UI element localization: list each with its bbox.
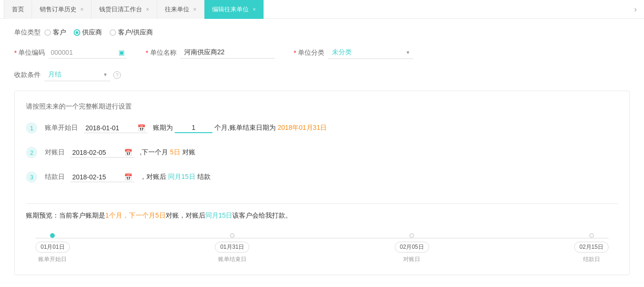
- timeline-point: 02月05日对账日: [395, 233, 429, 263]
- unit-category-value: 未分类: [332, 48, 403, 57]
- calendar-icon-1[interactable]: 📅: [137, 124, 145, 132]
- timeline-dot: [50, 233, 55, 238]
- timeline-point: 02月15日结款日: [574, 233, 609, 263]
- card-title: 请按照未来的一个完整帐期进行设置: [26, 102, 618, 111]
- step2-num: 2: [26, 147, 37, 158]
- step2-date-input[interactable]: [72, 149, 124, 156]
- payment-terms-value: 月结: [48, 70, 100, 79]
- tab-close-sales-history[interactable]: ×: [80, 6, 84, 13]
- required-star-code: *: [14, 49, 17, 57]
- timeline-label: 账单结束日: [218, 255, 246, 263]
- preview-section: 账期预览：当前客户账期是1个月，下一个月5日对账，对账后同月15日该客户会给我打…: [26, 194, 618, 263]
- calendar-icon-2[interactable]: 📅: [124, 149, 132, 156]
- unit-type-radio-group: 客户供应商客户/供应商: [44, 28, 153, 37]
- radio-label-supplier: 供应商: [82, 28, 102, 37]
- tabs-scroll-arrow[interactable]: ›: [631, 5, 640, 14]
- required-star-category: *: [294, 49, 296, 57]
- tab-edit-partner[interactable]: 编辑往来单位×: [204, 0, 264, 19]
- timeline-date: 02月15日: [574, 242, 609, 253]
- timeline-label: 对账日: [403, 255, 420, 263]
- step2-post: 对账: [182, 148, 195, 157]
- unit-name-item: * 单位名称: [145, 47, 274, 59]
- step2-highlight: 5日: [170, 148, 180, 157]
- step1-date-input[interactable]: [85, 124, 137, 132]
- preview-part2: 下一个月5日: [129, 211, 166, 219]
- timeline-date: 01月31日: [215, 242, 249, 253]
- timeline-label: 账单开始日: [38, 255, 67, 263]
- unit-code-icon[interactable]: ▣: [119, 49, 125, 56]
- step1-period-pre: 账期为: [153, 124, 173, 132]
- payment-terms-select[interactable]: 月结 ▾: [44, 68, 110, 81]
- preview-part1: 1个月，: [105, 211, 129, 219]
- payment-terms-row: 收款条件 月结 ▾ ?: [14, 68, 630, 81]
- timeline: 01月01日账单开始日01月31日账单结束日02月05日对账日02月15日结款日: [26, 233, 618, 263]
- unit-category-select[interactable]: 未分类 ▾: [328, 46, 413, 59]
- settings-card: 请按照未来的一个完整帐期进行设置 1 账单开始日 📅 账期为 个月,账单结束日期…: [14, 91, 630, 275]
- unit-code-label: 单位编码: [18, 49, 45, 57]
- payment-terms-label: 收款条件: [14, 71, 41, 79]
- tab-partner[interactable]: 往来单位×: [157, 0, 204, 19]
- step3-post: 结款: [197, 173, 211, 181]
- tab-cash-work[interactable]: 钱货日清工作台×: [92, 0, 157, 19]
- timeline-point: 01月31日账单结束日: [215, 233, 249, 263]
- unit-type-label: 单位类型: [14, 28, 41, 37]
- tabs-bar: 首页销售订单历史×钱货日清工作台×往来单位×编辑往来单位× ›: [0, 0, 644, 19]
- radio-label-customer: 客户: [53, 28, 66, 37]
- preview-part3: 对账，对账后: [166, 211, 205, 219]
- radio-circle-both: [110, 29, 116, 36]
- preview-part5: 该客户会给我打款。: [232, 211, 292, 219]
- radio-label-both: 客户/供应商: [118, 28, 153, 37]
- unit-code-input[interactable]: [51, 49, 117, 56]
- step2-label: 对账日: [45, 148, 65, 157]
- step1-row: 1 账单开始日 📅 账期为 个月,账单结束日期为 2018年01月31日: [26, 122, 618, 134]
- step2-date-wrap: 📅: [70, 148, 134, 158]
- radio-circle-supplier: [74, 29, 80, 36]
- tab-home[interactable]: 首页: [4, 0, 32, 19]
- unit-category-item: * 单位分类 未分类 ▾: [294, 46, 413, 59]
- step1-label: 账单开始日: [45, 124, 78, 132]
- tab-close-edit-partner[interactable]: ×: [253, 6, 256, 13]
- calendar-icon-3[interactable]: 📅: [124, 173, 132, 181]
- step2-row: 2 对账日 📅 ,下一个月 5日 对账: [26, 147, 618, 158]
- unit-name-input[interactable]: [180, 47, 275, 59]
- timeline-date: 02月05日: [395, 242, 429, 253]
- step3-date-input[interactable]: [72, 173, 124, 181]
- timeline-dot: [589, 233, 594, 238]
- step1-end-date: 2018年01月31日: [278, 124, 327, 132]
- preview-label: 账期预览：当前客户账期是: [26, 211, 105, 219]
- unit-code-item: * 单位编码 ▣: [14, 47, 127, 59]
- period-input[interactable]: [175, 123, 212, 133]
- radio-circle-customer: [44, 29, 51, 36]
- help-icon[interactable]: ?: [113, 71, 121, 79]
- chevron-down-icon-payment: ▾: [104, 71, 107, 78]
- timeline-point: 01月01日账单开始日: [35, 233, 70, 263]
- step3-num: 3: [26, 171, 37, 183]
- radio-both[interactable]: 客户/供应商: [110, 28, 153, 37]
- tab-close-partner[interactable]: ×: [193, 6, 196, 13]
- radio-customer[interactable]: 客户: [44, 28, 66, 37]
- preview-part4: 同月15日: [205, 211, 233, 219]
- step3-pre: ，对账后: [140, 173, 166, 181]
- unit-code-input-wrap: ▣: [49, 47, 127, 59]
- unit-info-row: * 单位编码 ▣ * 单位名称 * 单位分类 未分类 ▾: [14, 46, 630, 59]
- step3-date-wrap: 📅: [70, 172, 134, 182]
- step3-label: 结款日: [45, 173, 65, 181]
- step3-row: 3 结款日 📅 ，对账后 同月15日 结款: [26, 171, 618, 183]
- timeline-dot: [230, 233, 235, 238]
- tab-close-cash-work[interactable]: ×: [146, 6, 149, 13]
- tab-sales-history[interactable]: 销售订单历史×: [32, 0, 92, 19]
- step1-num: 1: [26, 122, 37, 134]
- unit-name-label: 单位名称: [150, 49, 177, 57]
- chevron-down-icon: ▾: [407, 49, 409, 56]
- preview-text: 账期预览：当前客户账期是1个月，下一个月5日对账，对账后同月15日该客户会给我打…: [26, 211, 618, 220]
- step3-highlight: 同月15日: [168, 173, 195, 181]
- step1-date-wrap: 📅: [84, 123, 147, 133]
- required-star-name: *: [145, 49, 148, 57]
- step2-pre: ,下一个月: [140, 148, 168, 157]
- timeline-label: 结款日: [583, 255, 600, 263]
- timeline-dot: [409, 233, 414, 238]
- radio-supplier[interactable]: 供应商: [74, 28, 102, 37]
- timeline-points: 01月01日账单开始日01月31日账单结束日02月05日对账日02月15日结款日: [35, 233, 609, 263]
- step1-period-post: 个月,账单结束日期为: [214, 124, 276, 132]
- unit-type-row: 单位类型 客户供应商客户/供应商: [14, 28, 630, 37]
